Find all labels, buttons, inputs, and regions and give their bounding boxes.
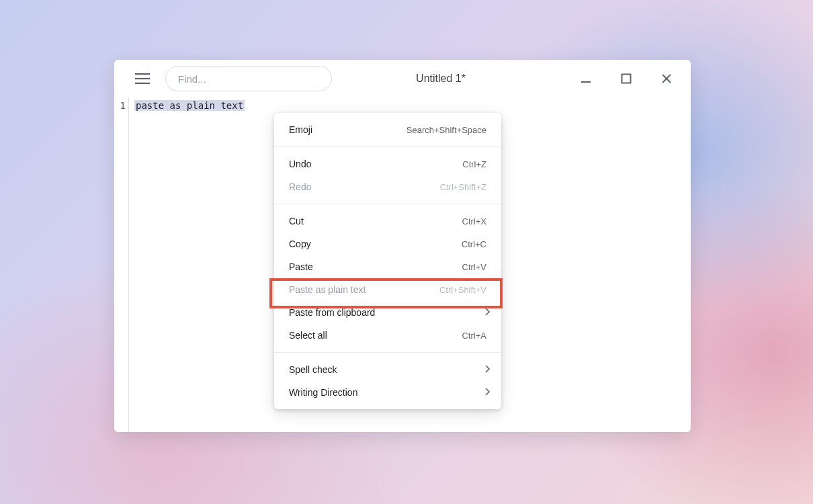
menu-item-shortcut: Ctrl+V [462, 262, 486, 272]
menu-item-label: Undo [289, 159, 311, 169]
menu-item-label: Paste as plain text [289, 284, 366, 295]
menu-item-label: Cut [289, 216, 304, 226]
menu-item-label: Writing Direction [289, 387, 357, 398]
menu-item-paste-from-clipboard[interactable]: Paste from clipboard [274, 301, 501, 324]
menu-group: UndoCtrl+ZRedoCtrl+Shift+Z [274, 146, 501, 204]
chevron-right-icon [485, 388, 490, 398]
menu-item-label: Paste [289, 261, 313, 272]
maximize-button[interactable] [617, 69, 636, 88]
menu-item-shortcut: Ctrl+Shift+V [439, 285, 486, 295]
menu-item-select-all[interactable]: Select allCtrl+A [274, 324, 501, 347]
menu-item-label: Copy [289, 239, 311, 249]
menu-item-shortcut: Ctrl+Shift+Z [440, 182, 486, 192]
menu-item-shortcut: Ctrl+X [462, 216, 486, 226]
hamburger-icon [135, 73, 150, 84]
menu-item-label: Paste from clipboard [289, 307, 375, 318]
menu-item-shortcut: Search+Shift+Space [406, 125, 486, 135]
menu-item-paste-as-plain-text: Paste as plain textCtrl+Shift+V [274, 278, 501, 301]
menu-item-cut[interactable]: CutCtrl+X [274, 210, 501, 233]
svg-rect-4 [622, 75, 631, 83]
maximize-icon [621, 73, 632, 84]
menu-item-paste[interactable]: PasteCtrl+V [274, 255, 501, 278]
titlebar: Untitled 1* [114, 60, 691, 97]
menu-item-copy[interactable]: CopyCtrl+C [274, 233, 501, 255]
chevron-right-icon [485, 365, 490, 375]
menu-item-spell-check[interactable]: Spell check [274, 358, 501, 381]
svg-rect-3 [581, 81, 591, 83]
menu-item-label: Emoji [289, 124, 312, 135]
line-gutter: 1 [114, 97, 129, 432]
menu-item-label: Spell check [289, 364, 337, 375]
close-button[interactable] [657, 69, 676, 88]
menu-item-label: Select all [289, 330, 327, 341]
chevron-right-icon [485, 308, 490, 318]
close-icon [661, 73, 672, 84]
selected-text[interactable]: paste as plain text [134, 100, 245, 111]
menu-item-undo[interactable]: UndoCtrl+Z [274, 153, 501, 175]
menu-group: EmojiSearch+Shift+Space [274, 113, 501, 146]
menu-item-shortcut: Ctrl+A [462, 331, 486, 341]
menu-button[interactable] [129, 65, 156, 92]
svg-rect-2 [135, 83, 150, 84]
svg-rect-0 [135, 73, 150, 75]
line-number: 1 [114, 100, 126, 111]
window-controls [576, 69, 681, 88]
search-input[interactable] [165, 66, 332, 91]
context-menu: EmojiSearch+Shift+SpaceUndoCtrl+ZRedoCtr… [274, 113, 501, 409]
menu-item-emoji[interactable]: EmojiSearch+Shift+Space [274, 118, 501, 141]
menu-item-shortcut: Ctrl+Z [462, 159, 486, 169]
menu-item-writing-direction[interactable]: Writing Direction [274, 381, 501, 404]
menu-item-label: Redo [289, 181, 311, 192]
minimize-icon [581, 73, 591, 84]
menu-group: CutCtrl+XCopyCtrl+CPasteCtrl+VPaste as p… [274, 204, 501, 352]
minimize-button[interactable] [576, 69, 595, 88]
menu-item-shortcut: Ctrl+C [462, 239, 486, 249]
menu-item-redo: RedoCtrl+Shift+Z [274, 175, 501, 198]
svg-rect-1 [135, 78, 150, 79]
window-title: Untitled 1* [341, 73, 567, 85]
menu-group: Spell checkWriting Direction [274, 352, 501, 409]
